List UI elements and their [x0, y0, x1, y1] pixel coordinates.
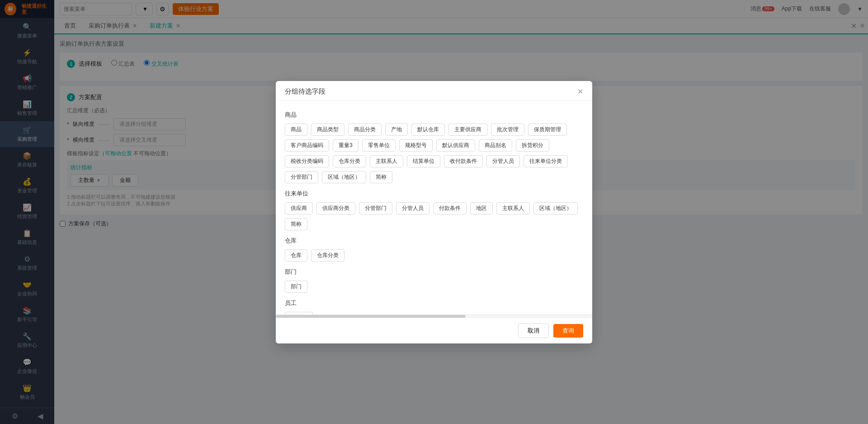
field-tag-0-8[interactable]: 客户商品编码	[285, 139, 329, 152]
field-tag-0-23[interactable]: 区域（地区）	[322, 171, 366, 183]
field-tag-2-0[interactable]: 仓库	[285, 249, 307, 262]
modal-footer: 取消 查询	[276, 318, 592, 343]
field-tag-0-24[interactable]: 简称	[370, 171, 392, 183]
field-tag-0-6[interactable]: 批次管理	[491, 124, 524, 136]
field-tag-3-0[interactable]: 部门	[285, 281, 307, 293]
field-tags-0: 商品商品类型商品分类产地默认仓库主要供应商批次管理保质期管理客户商品编码重量3零…	[285, 124, 583, 183]
modal: 分组待选字段 ✕ 商品商品商品类型商品分类产地默认仓库主要供应商批次管理保质期管…	[276, 81, 592, 343]
field-tag-0-3[interactable]: 产地	[385, 124, 408, 136]
field-tag-2-1[interactable]: 仓库分类	[311, 249, 344, 262]
field-tag-0-13[interactable]: 商品别名	[479, 139, 512, 152]
field-tag-0-12[interactable]: 默认供应商	[436, 139, 475, 152]
field-tag-1-5[interactable]: 地区	[470, 202, 493, 214]
modal-close-button[interactable]: ✕	[577, 87, 583, 96]
field-tag-1-2[interactable]: 分管部门	[359, 202, 392, 214]
field-tag-1-1[interactable]: 供应商分类	[316, 202, 355, 214]
field-tag-0-15[interactable]: 税收分类编码	[285, 155, 329, 167]
field-group-title-4: 员工	[285, 299, 583, 307]
field-tag-0-16[interactable]: 仓库分类	[333, 155, 366, 167]
field-tag-1-6[interactable]: 主联系人	[496, 202, 530, 214]
field-tag-1-3[interactable]: 分管人员	[396, 202, 429, 214]
field-tag-1-4[interactable]: 付款条件	[433, 202, 467, 214]
modal-horizontal-scrollbar[interactable]	[276, 314, 592, 318]
cancel-button[interactable]: 取消	[518, 324, 549, 338]
field-tag-0-10[interactable]: 零售单位	[362, 139, 396, 152]
field-group-title-2: 仓库	[285, 237, 583, 245]
modal-overlay: 分组待选字段 ✕ 商品商品商品类型商品分类产地默认仓库主要供应商批次管理保质期管…	[0, 0, 868, 424]
field-group-title-1: 往来单位	[285, 190, 583, 198]
field-tags-3: 部门	[285, 281, 583, 293]
field-group-title-3: 部门	[285, 268, 583, 276]
field-group-title-0: 商品	[285, 111, 583, 119]
field-tag-0-2[interactable]: 商品分类	[348, 124, 382, 136]
field-tag-0-1[interactable]: 商品类型	[311, 124, 344, 136]
field-tags-2: 仓库仓库分类	[285, 249, 583, 262]
field-tag-0-11[interactable]: 规格型号	[399, 139, 433, 152]
field-tag-0-7[interactable]: 保质期管理	[528, 124, 567, 136]
confirm-button[interactable]: 查询	[553, 324, 583, 338]
field-tag-0-17[interactable]: 主联系人	[370, 155, 403, 167]
field-tag-0-0[interactable]: 商品	[285, 124, 307, 136]
field-tag-0-22[interactable]: 分管部门	[285, 171, 318, 183]
modal-header: 分组待选字段 ✕	[276, 81, 592, 101]
modal-scroll-thumb	[276, 315, 466, 318]
field-tag-0-21[interactable]: 往来单位分类	[524, 155, 568, 167]
field-tag-0-18[interactable]: 结算单位	[407, 155, 440, 167]
field-tag-0-4[interactable]: 默认仓库	[411, 124, 445, 136]
field-tag-1-7[interactable]: 区域（地区）	[533, 202, 578, 214]
field-tag-1-8[interactable]: 简称	[285, 218, 307, 230]
field-tag-1-0[interactable]: 供应商	[285, 202, 313, 214]
modal-title: 分组待选字段	[285, 87, 326, 96]
modal-body: 商品商品商品类型商品分类产地默认仓库主要供应商批次管理保质期管理客户商品编码重量…	[276, 101, 592, 315]
field-tag-0-14[interactable]: 拆货积分	[516, 139, 549, 152]
field-tag-0-20[interactable]: 分管人员	[486, 155, 520, 167]
field-tags-1: 供应商供应商分类分管部门分管人员付款条件地区主联系人区域（地区）简称	[285, 202, 583, 230]
field-tag-0-19[interactable]: 收付款条件	[444, 155, 483, 167]
field-tag-0-9[interactable]: 重量3	[333, 139, 359, 152]
field-tag-0-5[interactable]: 主要供应商	[448, 124, 487, 136]
